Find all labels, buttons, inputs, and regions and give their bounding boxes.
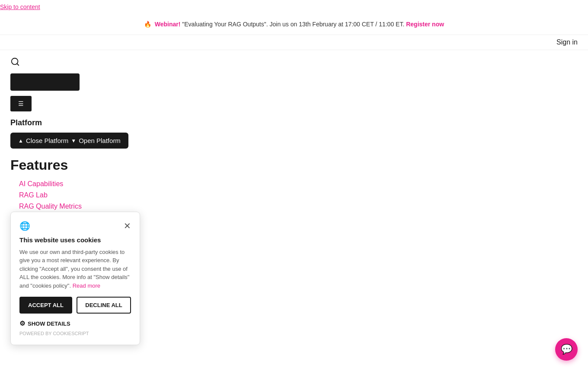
arrow-down-icon: ▼: [71, 138, 76, 144]
globe-icon: 🌐: [19, 221, 30, 231]
platform-label: Platform: [10, 118, 578, 127]
platform-toggle-button[interactable]: ▲ Close Platform ▼ Open Platform: [10, 133, 128, 149]
cookie-popup-header: 🌐 ✕: [19, 221, 131, 231]
webinar-label: Webinar!: [155, 21, 181, 28]
toggle-open-label: Open Platform: [79, 137, 121, 144]
nav-area: ☰: [0, 50, 588, 118]
menu-button[interactable]: ☰: [10, 96, 32, 111]
features-links: AI Capabilities RAG Lab RAG Quality Metr…: [10, 180, 578, 210]
skip-to-content-link[interactable]: Skip to content: [0, 0, 588, 14]
cookie-close-button[interactable]: ✕: [124, 221, 131, 231]
site-logo: [10, 73, 80, 91]
arrow-up-icon: ▲: [18, 138, 23, 144]
toggle-close-label: Close Platform: [26, 137, 68, 144]
fire-emoji: 🔥: [144, 21, 151, 28]
search-icon-wrap[interactable]: [10, 57, 578, 68]
nav-link-ai-capabilities[interactable]: AI Capabilities: [19, 180, 578, 188]
register-now-link[interactable]: Register now: [406, 21, 444, 28]
nav-link-rag-quality-metrics[interactable]: RAG Quality Metrics: [19, 203, 578, 210]
svg-line-1: [17, 63, 19, 65]
header-top: Sign in: [0, 35, 588, 50]
cookie-body: We use our own and third-party cookies t…: [19, 248, 131, 266]
banner-message: "Evaluating Your RAG Outputs". Join us o…: [182, 21, 404, 28]
nav-link-rag-lab[interactable]: RAG Lab: [19, 191, 578, 199]
features-heading: Features: [10, 157, 578, 173]
webinar-banner: 🔥 Webinar! "Evaluating Your RAG Outputs"…: [0, 14, 588, 35]
sign-in-link[interactable]: Sign in: [556, 38, 578, 46]
cookie-title: This website uses cookies: [19, 236, 131, 244]
cookie-popup: 🌐 ✕ This website uses cookies We use our…: [10, 212, 140, 266]
search-icon: [10, 57, 20, 67]
